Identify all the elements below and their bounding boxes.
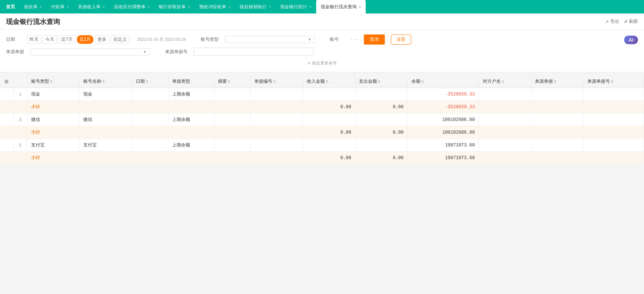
date-btn-今天[interactable]: 今天 (43, 35, 57, 44)
cell-source_doc_no (584, 88, 644, 101)
sort-icon-doc_no: ⇅ (273, 80, 276, 84)
nav-item-receipt[interactable]: 收款单× (20, 0, 47, 13)
cell-source_doc (531, 139, 584, 152)
account-label: 账号 (330, 36, 345, 43)
sort-icon-counterpart: ⇅ (501, 80, 504, 84)
cell-income (303, 88, 355, 101)
cell-balance: 100102606.60 (407, 126, 479, 139)
col-header-summary[interactable]: 摘要⇅ (214, 75, 250, 88)
cell-settings (0, 113, 14, 126)
refresh-button[interactable]: ↺ 刷新 (624, 18, 638, 25)
cell-doc_type: 上期余额 (168, 88, 214, 101)
cell-row_num: 3 (14, 113, 27, 126)
col-header-doc_no[interactable]: 单据编号⇅ (251, 75, 303, 88)
cell-date (132, 126, 168, 139)
table-settings-icon[interactable]: ⚙ (4, 79, 9, 85)
nav-close-payment[interactable]: × (67, 5, 69, 9)
col-header-source_doc[interactable]: 来源单据⇅ (531, 75, 584, 88)
source-doc-select[interactable]: ▼ (30, 48, 150, 55)
nav-close-receipt-writeoff[interactable]: × (269, 5, 271, 9)
cell-date (132, 139, 168, 152)
cell-date (132, 101, 168, 113)
date-range: 2023-02-24 至 2023-03-24 (137, 37, 186, 42)
cell-counterpart (479, 113, 531, 126)
sort-icon-date: ⇅ (146, 80, 149, 84)
cell-counterpart (479, 88, 531, 101)
nav-item-adjustment[interactable]: 应收应付调整单× (110, 0, 155, 13)
page-title: 现金银行流水查询 (6, 17, 60, 26)
cell-income (303, 113, 355, 126)
cell-account_name: 微信 (80, 113, 132, 126)
cell-doc_type (168, 126, 214, 139)
cell-source_doc_no (584, 101, 644, 113)
cell-account_type: 小计 (27, 126, 80, 139)
data-table: ⚙账号类型⇅账号名称⇅日期⇅单据类型摘要⇅单据编号⇅收入金额⇅支出金额⇅余额⇅对… (0, 75, 644, 164)
date-btn-近7天[interactable]: 近7天 (59, 35, 75, 44)
cell-account_type: 小计 (27, 152, 80, 164)
sort-icon-summary: ⇅ (228, 80, 231, 84)
nav-item-cash-flow-query[interactable]: 现金银行流水查询× (316, 0, 366, 13)
date-btn-昨天[interactable]: 昨天 (27, 35, 41, 44)
sort-icon-expense: ⇅ (378, 80, 381, 84)
nav-close-receipt[interactable]: × (40, 5, 42, 9)
cell-account_name (80, 126, 132, 139)
nav-close-other-income[interactable]: × (103, 5, 105, 9)
cell-income: 0.00 (303, 101, 355, 113)
export-button[interactable]: ↗ 导出 (605, 18, 619, 25)
export-label: 导出 (610, 18, 619, 25)
cell-source_doc_no (584, 126, 644, 139)
nav-bar: 首页收款单×付款单×其他收入单×应收应付调整单×银行存取款单×预收冲应收单×收款… (0, 0, 644, 13)
nav-item-payment[interactable]: 付款单× (47, 0, 74, 13)
settings-button[interactable]: 设置 (391, 34, 411, 45)
col-header-balance[interactable]: 余额⇅ (407, 75, 479, 88)
collapse-bar[interactable]: ∧ 收起更多条件 (6, 59, 638, 67)
date-btn-近1月[interactable]: 近1月 (77, 35, 94, 44)
cell-summary (214, 101, 250, 113)
nav-item-home[interactable]: 首页 (2, 0, 20, 13)
table-row: 小计0.000.00-3528659.33 (0, 101, 644, 113)
nav-item-bank-deposit[interactable]: 银行存取款单× (154, 0, 195, 13)
account-type-label: 账号类型 (201, 36, 219, 43)
date-btn-自定义[interactable]: 自定义 (111, 35, 129, 44)
cell-settings (0, 126, 14, 139)
source-doc-no-input[interactable] (194, 48, 314, 56)
col-header-settings: ⚙ (0, 75, 14, 88)
cell-income: 0.00 (303, 152, 355, 164)
nav-item-advance-receipt[interactable]: 预收冲应收单× (195, 0, 235, 13)
ai-button[interactable]: Ai (624, 36, 638, 44)
nav-close-cash-bank-stats[interactable]: × (309, 5, 312, 9)
page-header: 现金银行流水查询 ↗ 导出 ↺ 刷新 (0, 13, 644, 30)
nav-item-cash-bank-stats[interactable]: 现金银行统计× (276, 0, 316, 13)
cell-row_num (14, 101, 27, 113)
date-buttons: 昨天今天近7天近1月更多自定义 (27, 35, 129, 44)
table-row: 小计0.000.0019871073.60 (0, 152, 644, 164)
nav-item-receipt-writeoff[interactable]: 收款核销执行× (235, 0, 276, 13)
nav-close-adjustment[interactable]: × (148, 5, 150, 9)
nav-item-other-income[interactable]: 其他收入单× (74, 0, 110, 13)
account-type-select[interactable]: ▼ (225, 36, 315, 43)
cell-doc_type: 上期余额 (168, 113, 214, 126)
cell-expense: 0.00 (355, 126, 408, 139)
collapse-icon: ∧ (308, 61, 311, 66)
nav-close-cash-flow-query[interactable]: × (359, 5, 361, 9)
col-header-date[interactable]: 日期⇅ (132, 75, 168, 88)
col-header-account_type[interactable]: 账号类型⇅ (27, 75, 80, 88)
account-more-button[interactable]: ··· (351, 36, 358, 43)
cell-doc_type (168, 101, 214, 113)
date-label: 日期 (6, 36, 21, 43)
nav-close-bank-deposit[interactable]: × (188, 5, 190, 9)
cell-counterpart (479, 101, 531, 113)
col-header-expense[interactable]: 支出金额⇅ (355, 75, 408, 88)
col-header-account_name[interactable]: 账号名称⇅ (80, 75, 132, 88)
col-header-income[interactable]: 收入金额⇅ (303, 75, 355, 88)
cell-row_num: 1 (14, 88, 27, 101)
cell-account_name (80, 101, 132, 113)
export-icon: ↗ (605, 19, 609, 24)
col-header-source_doc_no[interactable]: 来源单据号⇅ (584, 75, 644, 88)
query-button[interactable]: 查询 (364, 34, 385, 45)
cell-account_type: 现金 (27, 88, 80, 101)
date-btn-更多[interactable]: 更多 (95, 35, 109, 44)
cell-source_doc (531, 88, 584, 101)
col-header-counterpart[interactable]: 对方户名⇅ (479, 75, 531, 88)
nav-close-advance-receipt[interactable]: × (228, 5, 231, 9)
